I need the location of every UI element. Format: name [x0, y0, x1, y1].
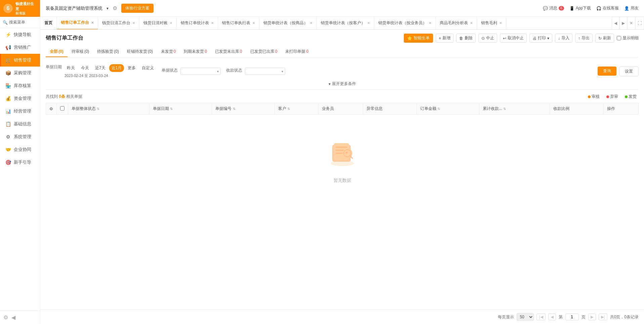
- sort-date-icon[interactable]: ⇅: [170, 107, 173, 111]
- cancel-audit-action-btn[interactable]: 弃审: [604, 93, 620, 100]
- refresh-btn[interactable]: ↻ 刷新: [595, 34, 614, 43]
- svg-rect-6: [336, 150, 344, 151]
- page-next-btn[interactable]: ▶: [588, 314, 596, 320]
- tab-sales-more[interactable]: 销售毛利 ✕: [477, 17, 506, 30]
- show-detail-label[interactable]: 显示明细: [617, 35, 639, 41]
- tab-sales-summary-customer[interactable]: 销货单统计表（按客户） ✕: [317, 17, 374, 30]
- import-btn[interactable]: ↓ 导入: [555, 34, 572, 43]
- status-select[interactable]: [180, 68, 221, 75]
- print-btn[interactable]: 🖨 打印 ▾: [529, 34, 552, 43]
- sidebar-item-system[interactable]: ⚙ 系统管理: [0, 130, 40, 143]
- tab-fullscreen[interactable]: ⛶: [635, 17, 644, 30]
- setting-btn[interactable]: 设置: [619, 67, 639, 76]
- tab-sales-more-close[interactable]: ✕: [499, 21, 502, 25]
- date-custom[interactable]: 自定义: [139, 64, 156, 72]
- date-yesterday[interactable]: 昨天: [65, 64, 77, 72]
- tab-sales-summary-staff[interactable]: 销货单统计表（按业务员） ✕: [374, 17, 436, 30]
- sort-customer-icon[interactable]: ⇅: [287, 107, 290, 111]
- sidebar-item-operations[interactable]: 📊 经营管理: [0, 105, 40, 118]
- sub-tab-unprinted[interactable]: 未打印单据0: [281, 47, 312, 57]
- per-page-select[interactable]: 50 100: [517, 313, 534, 321]
- date-7days[interactable]: 近7天: [93, 64, 108, 72]
- tab-cash-reconcile-close[interactable]: ✕: [170, 21, 172, 25]
- sidebar-item-enterprise[interactable]: 🤝 企业协同: [0, 143, 40, 156]
- sidebar-search[interactable]: 🔍 搜索菜单: [0, 17, 40, 28]
- sidebar-item-marketing[interactable]: 📢 营销推广: [0, 41, 40, 54]
- page-input[interactable]: 1: [565, 314, 579, 320]
- sidebar-item-finance[interactable]: 💰 资金管理: [0, 92, 40, 105]
- message-icon: 💬: [543, 6, 548, 11]
- collapse-icon[interactable]: ◀: [11, 314, 15, 321]
- tab-sales-summary-product[interactable]: 销货单统计表（按商品） ✕: [259, 17, 317, 30]
- ship-action-btn[interactable]: 发货: [623, 93, 639, 100]
- page-first-btn[interactable]: |◀: [536, 314, 545, 320]
- date-more[interactable]: 更多: [125, 64, 138, 72]
- tab-home[interactable]: 首页: [40, 17, 57, 30]
- settings-bottom-icon[interactable]: ⚙: [3, 314, 8, 321]
- tab-sales-stat-close[interactable]: ✕: [211, 21, 214, 25]
- tab-sales-summary-staff-close[interactable]: ✕: [429, 21, 431, 25]
- tab-cash-reconcile[interactable]: 钱货日清对账 ✕: [139, 17, 177, 30]
- tab-product-margin[interactable]: 商品毛利分析表 ✕: [436, 17, 477, 30]
- th-checkbox[interactable]: [57, 103, 68, 115]
- date-1month[interactable]: 近1月: [109, 64, 124, 72]
- print-label: 打印: [538, 35, 546, 41]
- tab-scroll-left[interactable]: ◀: [612, 17, 619, 30]
- tab-product-margin-close[interactable]: ✕: [470, 21, 473, 25]
- sidebar-item-inventory[interactable]: 🏪 库存核算: [0, 79, 40, 92]
- tab-sales-summary-product-close[interactable]: ✕: [310, 21, 312, 25]
- tab-close-all[interactable]: ✕: [627, 17, 635, 30]
- add-btn[interactable]: + 新增: [436, 34, 454, 43]
- audit-action-btn[interactable]: 审核: [586, 93, 602, 100]
- industry-btn[interactable]: 体验行业方案: [121, 4, 154, 13]
- topbar-user[interactable]: 👤 用友: [624, 5, 639, 11]
- sidebar-item-guide[interactable]: 🎯 新手引导: [0, 156, 40, 169]
- topbar-settings-icon[interactable]: ⚙: [113, 5, 117, 11]
- topbar-app-download[interactable]: 📱 App下载: [569, 5, 591, 11]
- sub-tab-shipped-not-out[interactable]: 已发货未出库0: [211, 47, 246, 57]
- smart-generate-btn[interactable]: ⭐ 智能生单: [404, 34, 433, 43]
- tab-sales-exec-close[interactable]: ✕: [252, 21, 255, 25]
- sub-tab-pending-review[interactable]: 待审核(0): [68, 47, 93, 57]
- table-info: 共找到 0条 相关单据: [46, 94, 82, 99]
- page-prev-btn[interactable]: ◀: [548, 314, 556, 320]
- cancel-stop-btn[interactable]: ↩ 取消中止: [500, 34, 527, 43]
- sort-status-icon[interactable]: ⇅: [97, 107, 99, 111]
- sort-number-icon[interactable]: ⇅: [233, 107, 235, 111]
- sub-tab-expired[interactable]: 到期未发货0: [180, 47, 211, 57]
- sidebar-item-sales[interactable]: 🛒 销售管理: [0, 54, 40, 67]
- payment-select[interactable]: [245, 68, 285, 75]
- sidebar-item-purchase[interactable]: 📦 采购管理: [0, 67, 40, 79]
- topbar-online-service[interactable]: 🎧 在线客服: [596, 5, 619, 11]
- tab-sales-stat[interactable]: 销售订单统计表 ✕: [177, 17, 218, 30]
- export-btn[interactable]: ↑ 导出: [575, 34, 593, 43]
- tab-sales-workbench[interactable]: 销售订单工作台 ✕: [57, 17, 98, 30]
- tab-sales-summary-customer-close[interactable]: ✕: [367, 21, 370, 25]
- sub-tab-pending-inspect[interactable]: 待拣验货(0): [93, 47, 123, 57]
- sort-amount-icon[interactable]: ⇅: [437, 107, 440, 111]
- query-btn[interactable]: 查询: [598, 67, 616, 76]
- tab-cash-daily[interactable]: 钱货日清工作台 ✕: [98, 17, 139, 30]
- delete-btn[interactable]: 🗑 删除: [456, 34, 476, 43]
- filter-row-1: 单据日期 昨天 今天 近7天 近1月 更多 自定义 2023-02-24 至 2…: [46, 64, 639, 78]
- th-settings[interactable]: ⚙: [46, 103, 57, 115]
- system-dropdown[interactable]: ▾: [106, 6, 109, 11]
- sub-tab-all[interactable]: 全部(0): [46, 47, 68, 57]
- topbar-message[interactable]: 💬 消息 6: [543, 5, 564, 11]
- expand-conditions-btn[interactable]: ▾ 展开更多条件: [329, 81, 356, 87]
- sub-tab-wangpu[interactable]: 旺铺待发货(0): [123, 47, 157, 57]
- select-all-checkbox[interactable]: [60, 106, 65, 111]
- tab-scroll-right[interactable]: ▶: [619, 17, 627, 30]
- tab-cash-daily-close[interactable]: ✕: [132, 21, 135, 25]
- tab-sales-workbench-close[interactable]: ✕: [91, 21, 94, 25]
- tab-sales-exec[interactable]: 销售订单执行表 ✕: [218, 17, 259, 30]
- sub-tab-unshipped[interactable]: 未发货0: [157, 47, 180, 57]
- sidebar-item-basic-info[interactable]: 📋 基础信息: [0, 118, 40, 130]
- stop-btn[interactable]: ⊙ 中止: [478, 34, 497, 43]
- date-today[interactable]: 今天: [79, 64, 91, 72]
- page-last-btn[interactable]: ▶|: [599, 314, 607, 320]
- sidebar-item-quick-nav[interactable]: ⚡ 快捷导航: [0, 28, 40, 41]
- sort-collected-icon[interactable]: ⇅: [503, 107, 506, 111]
- show-detail-checkbox[interactable]: [617, 36, 621, 40]
- sub-tab-shipped-out[interactable]: 已发货已出库0: [246, 47, 282, 57]
